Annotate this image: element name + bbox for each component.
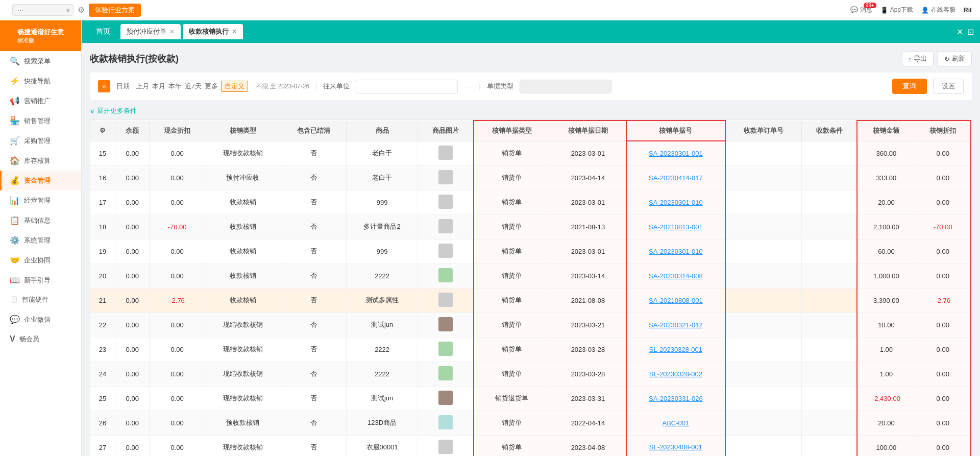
cell-balance: 0.00 bbox=[115, 386, 150, 411]
verify-no-link[interactable]: SA-20230314-008 bbox=[649, 272, 703, 280]
sidebar-item-label: 资金管理 bbox=[24, 176, 51, 185]
refresh-button[interactable]: ↻ 刷新 bbox=[938, 51, 972, 66]
date-custom[interactable]: 自定义 bbox=[221, 81, 248, 92]
tab-close-prepay[interactable]: ✕ bbox=[169, 28, 175, 35]
query-button[interactable]: 查询 bbox=[892, 79, 927, 94]
date-more[interactable]: 更多 bbox=[205, 82, 218, 91]
verify-no-link[interactable]: SA-20230321-012 bbox=[649, 321, 703, 329]
company-selector[interactable]: ··· ▾ bbox=[12, 4, 74, 16]
export-button[interactable]: ↑ 导出 bbox=[902, 51, 934, 66]
sidebar-item-sales[interactable]: 🏪 销售管理 bbox=[0, 111, 81, 131]
date-last-7days[interactable]: 近7天 bbox=[185, 82, 202, 91]
tab-maximize-icon[interactable]: ⊡ bbox=[967, 27, 974, 37]
cell-id: 23 bbox=[90, 337, 115, 362]
verify-no-link[interactable]: SL-20230328-001 bbox=[649, 346, 702, 353]
message-count: 99+ bbox=[864, 3, 876, 8]
tab-prepay[interactable]: 预付冲应付单 ✕ bbox=[120, 24, 181, 39]
col-goods-img[interactable]: 商品图片 bbox=[418, 121, 474, 141]
sidebar-item-collab[interactable]: 🤝 企业协同 bbox=[0, 250, 81, 270]
col-include-settled[interactable]: 包含已结清 bbox=[281, 121, 347, 141]
cell-include-settled: 否 bbox=[281, 435, 347, 456]
date-last-month[interactable]: 上月 bbox=[136, 82, 149, 91]
col-verify-no[interactable]: 核销单据号 bbox=[626, 121, 725, 141]
verify-no-link[interactable]: ABC-001 bbox=[662, 419, 689, 427]
partner-input[interactable] bbox=[356, 80, 458, 93]
verify-no-link[interactable]: SA-20230331-026 bbox=[649, 395, 703, 402]
verify-no-link[interactable]: SA-20230301-010 bbox=[649, 199, 703, 206]
col-setting[interactable]: ⚙ bbox=[90, 121, 115, 141]
date-this-year[interactable]: 本年 bbox=[168, 82, 182, 91]
cell-balance: 0.00 bbox=[115, 362, 150, 386]
cell-receipt-condition bbox=[801, 288, 857, 313]
cell-goods-img bbox=[418, 337, 474, 362]
verify-no-link[interactable]: SA-20210813-001 bbox=[649, 223, 703, 231]
verify-no-link[interactable]: SA-20230414-017 bbox=[649, 174, 703, 182]
sidebar-item-label: 新手引导 bbox=[24, 276, 51, 285]
sidebar-item-shortcuts[interactable]: ⚡ 快捷导航 bbox=[0, 71, 81, 91]
cell-verify-voucher-type: 销货单 bbox=[474, 165, 550, 190]
tab-minimize-icon[interactable]: ✕ bbox=[957, 27, 963, 37]
cell-goods: 老白干 bbox=[347, 141, 418, 165]
col-cash-discount[interactable]: 现金折扣 bbox=[150, 121, 205, 141]
cell-verify-date: 2023-03-31 bbox=[550, 386, 626, 411]
cell-receipt-condition bbox=[801, 239, 857, 263]
online-service-button[interactable]: 👤 在线客服 bbox=[921, 6, 955, 14]
cell-verify-voucher-type: 销货单 bbox=[474, 313, 550, 337]
filter-expand-button[interactable]: » bbox=[98, 80, 110, 92]
gear-icon[interactable]: ⚙ bbox=[78, 5, 85, 15]
col-receipt-condition[interactable]: 收款条件 bbox=[801, 121, 857, 141]
col-verify-voucher-type[interactable]: 核销单据类型 bbox=[474, 121, 550, 141]
sidebar-item-wechat[interactable]: 💬 企业微信 bbox=[0, 309, 81, 329]
cell-verify-amount: 10.00 bbox=[857, 313, 915, 337]
sidebar-item-inventory[interactable]: 🏠 库存核算 bbox=[0, 151, 81, 171]
cell-cash-discount: 0.00 bbox=[150, 313, 205, 337]
sidebar-item-purchase[interactable]: 🛒 采购管理 bbox=[0, 131, 81, 151]
message-button[interactable]: 💬 消息 99+ bbox=[850, 6, 872, 14]
cell-verify-no: SL-20230328-002 bbox=[626, 362, 725, 386]
cell-receipt-condition bbox=[801, 337, 857, 362]
voucher-type-select[interactable] bbox=[520, 80, 611, 93]
tab-receipt-verify[interactable]: 收款核销执行 ✕ bbox=[183, 24, 243, 39]
app-download-button[interactable]: 📱 App下载 bbox=[880, 6, 913, 14]
sidebar-item-guide[interactable]: 📖 新手引导 bbox=[0, 270, 81, 290]
col-balance[interactable]: 余额 bbox=[115, 121, 150, 141]
col-verify-type[interactable]: 核销类型 bbox=[205, 121, 281, 141]
expand-more-button[interactable]: ∨ 展开更多条件 bbox=[90, 106, 972, 115]
cell-goods-img bbox=[418, 313, 474, 337]
tab-close-receipt[interactable]: ✕ bbox=[232, 28, 237, 35]
verify-no-link[interactable]: SA-20230301-010 bbox=[649, 248, 703, 255]
sidebar-item-member[interactable]: V 畅会员 bbox=[0, 329, 81, 349]
page-title: 收款核销执行(按收款) bbox=[90, 53, 179, 65]
solution-button[interactable]: 休验行业方案 bbox=[89, 4, 141, 17]
sidebar-item-operations[interactable]: 📊 经营管理 bbox=[0, 190, 81, 210]
sidebar-item-marketing[interactable]: 📢 营销推广 bbox=[0, 91, 81, 111]
verify-no-link[interactable]: SA-20230301-001 bbox=[649, 150, 703, 157]
verify-no-link[interactable]: SL-20230408-001 bbox=[649, 443, 702, 451]
cell-verify-date: 2023-03-01 bbox=[550, 239, 626, 263]
cell-balance: 0.00 bbox=[115, 337, 150, 362]
sidebar-item-search[interactable]: 🔍 搜索菜单 bbox=[0, 51, 81, 71]
col-verify-discount[interactable]: 核销折扣 bbox=[915, 121, 971, 141]
cell-receipt-condition bbox=[801, 165, 857, 190]
cell-verify-amount: 2,100.00 bbox=[857, 214, 915, 239]
date-label: 日期 bbox=[116, 82, 130, 91]
sidebar-item-system[interactable]: ⚙️ 系统管理 bbox=[0, 230, 81, 250]
cell-receipt-order-no bbox=[725, 214, 802, 239]
cell-verify-no: SA-20230301-010 bbox=[626, 190, 725, 214]
col-receipt-order-no[interactable]: 收款单订单号 bbox=[725, 121, 802, 141]
cell-receipt-order-no bbox=[725, 165, 802, 190]
col-verify-date[interactable]: 核销单据日期 bbox=[550, 121, 626, 141]
verify-no-link[interactable]: SA-20210808-001 bbox=[649, 297, 703, 304]
cell-id: 15 bbox=[90, 141, 115, 165]
col-goods[interactable]: 商品 bbox=[347, 121, 418, 141]
col-verify-amount[interactable]: 核销金额 bbox=[857, 121, 915, 141]
date-this-month[interactable]: 本月 bbox=[152, 82, 165, 91]
cell-verify-voucher-type: 销货单 bbox=[474, 190, 550, 214]
tab-home[interactable]: 首页 bbox=[88, 24, 118, 39]
sidebar-item-hardware[interactable]: 🖥 智能硬件 bbox=[0, 290, 81, 309]
sidebar-item-finance[interactable]: 💰 资金管理 bbox=[0, 171, 81, 190]
verify-no-link[interactable]: SL-20230328-002 bbox=[649, 370, 702, 378]
basic-info-icon: 📋 bbox=[10, 215, 20, 225]
sidebar-item-basic-info[interactable]: 📋 基础信息 bbox=[0, 210, 81, 230]
settings-button[interactable]: 设置 bbox=[933, 79, 964, 94]
